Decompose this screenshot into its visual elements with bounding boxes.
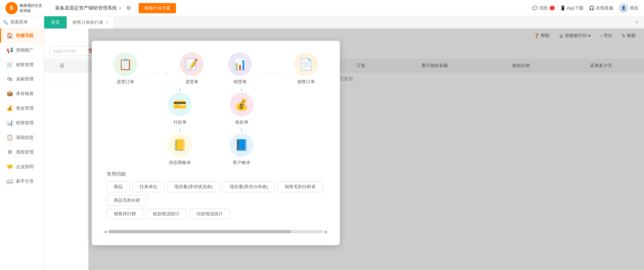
purchase-icon: 🛍: [6, 76, 13, 82]
sidebar-item-system[interactable]: ⚙ 系统管理: [0, 145, 44, 159]
page-content: ❓ 帮助 🖨 按模板打印 ▾ ↑ 导出 ↻ 刷新: [44, 29, 644, 270]
customer-account-circle[interactable]: 📘: [230, 133, 254, 157]
receipt-node: 💰 收款单: [230, 93, 254, 125]
func-btn-stock-status[interactable]: 现存量(库存状况表): [167, 181, 220, 192]
arrow-purchase: - - - →: [147, 70, 170, 77]
sales-order-label: 销售订单: [297, 79, 315, 85]
sales-label: 销货单: [233, 79, 247, 85]
experience-btn[interactable]: 体验行业方案: [139, 3, 176, 13]
top-right-area: 💬 消息 5 📱 App下载 🎧 在线客服 👤 用友: [532, 3, 639, 13]
payment-label: 付款单: [173, 119, 187, 125]
sidebar-item-basic-info[interactable]: 📋 基础信息: [0, 130, 44, 145]
search-menu-btn[interactable]: 🔍 搜索菜单: [0, 16, 44, 28]
customer-account-label: 客户账本: [233, 160, 250, 166]
payment-circle[interactable]: 💳: [168, 93, 192, 116]
arrow-down-receipt: ↓: [220, 126, 264, 133]
popup-overlay[interactable]: 📋 进货订单 - - - →: [88, 29, 644, 270]
func-btn-payment-stats[interactable]: 付款情况统计: [189, 209, 230, 219]
scroll-left-icon[interactable]: ◀: [103, 229, 107, 234]
system-title: 装备及固定资产辅助管理系统 ▾ ⚙ 体验行业方案: [50, 3, 532, 13]
system-dropdown-icon[interactable]: ▾: [119, 6, 121, 11]
online-service-btn[interactable]: 🎧 在线客服: [589, 5, 613, 11]
sidebar-item-purchase[interactable]: 🛍 采购管理: [0, 72, 44, 86]
message-btn[interactable]: 💬 消息 5: [532, 5, 555, 11]
popup-scrollbar-area: ◀ ▶: [100, 228, 332, 237]
cooperation-icon: 🤝: [6, 163, 13, 170]
popup-dialog: 📋 进货订单 - - - →: [92, 41, 340, 245]
func-btn-partner[interactable]: 往来单位: [133, 181, 164, 192]
col-product-short: 品: [44, 59, 80, 72]
sidebar-item-marketing[interactable]: 📢 营销推广: [0, 43, 44, 57]
sales-node: 📊 销货单: [228, 52, 252, 85]
service-icon: 🎧: [589, 5, 594, 11]
content-area: 首页 销售订单执行表 × × ❓ 帮助 🖨: [44, 16, 644, 270]
scroll-right-icon[interactable]: ▶: [325, 229, 328, 234]
tab-sales-order[interactable]: 销售订单执行表 ×: [67, 16, 114, 29]
sidebar-item-inventory[interactable]: 📦 库存核算: [0, 86, 44, 101]
sidebar-item-cooperation[interactable]: 🤝 企业协同: [0, 159, 44, 174]
func-btn-product[interactable]: 商品: [107, 181, 130, 192]
search-icon: 🔍: [3, 20, 8, 25]
scrollbar-thumb[interactable]: [108, 230, 291, 233]
logo-icon: 6: [5, 2, 18, 14]
func-buttons-row2: 销售排行榜 收款情况统计 付款情况统计: [107, 209, 325, 219]
func-buttons-row1: 商品 往来单位 现存量(库存状况表) 现存量(库存分布表) 销售毛利分析表 商品…: [107, 181, 325, 206]
business-icon: 📊: [6, 120, 13, 126]
message-icon: 💬: [532, 5, 538, 11]
func-btn-sales-profit[interactable]: 销售毛利分析表: [278, 181, 323, 192]
system-name: 装备及固定资产辅助管理系统: [55, 5, 117, 11]
arrow-sales: ← - - -: [262, 70, 284, 77]
common-functions-title: 常用功能: [107, 171, 325, 177]
tab-bar: 首页 销售订单执行表 × ×: [44, 16, 644, 29]
supplier-account-label: 供应商账本: [169, 160, 191, 166]
purchase-order-circle[interactable]: 📋: [114, 52, 137, 76]
sales-circle[interactable]: 📊: [228, 52, 252, 76]
func-btn-receipt-stats[interactable]: 收款情况统计: [146, 209, 187, 219]
common-functions: 常用功能 商品 往来单位 现存量(库存状况表) 现存量(库存分布表) 销售毛利分…: [100, 166, 332, 228]
flow-diagram: 📋 进货订单 - - - →: [100, 49, 332, 166]
message-badge: 5: [550, 6, 555, 10]
tab-home[interactable]: 首页: [44, 16, 67, 29]
home-icon: 🏠: [6, 32, 13, 39]
arrow-down-payment: ↓: [158, 126, 202, 133]
supplier-account-node: 📒 供应商账本: [168, 133, 192, 166]
receipt-label: 收款单: [235, 119, 248, 125]
sidebar: 🔍 搜索菜单 🏠 快捷导航 📢 营销推广 🛒 销售管理 🛍 采购管理 📦: [0, 16, 44, 270]
guide-icon: 📖: [6, 178, 13, 184]
logo-text: 畅康通好生意 标准版: [20, 3, 42, 13]
inventory-icon: 📦: [6, 90, 13, 97]
receipt-circle[interactable]: 💰: [230, 93, 254, 116]
purchase-node: 📝 进货单: [180, 52, 204, 85]
user-area[interactable]: 👤 用友: [619, 3, 639, 13]
sales-order-node: 📄 销售订单: [294, 52, 318, 85]
sales-icon: 🛒: [6, 61, 13, 68]
arrow-down-sales: ↓: [220, 86, 264, 93]
marketing-icon: 📢: [6, 47, 13, 53]
purchase-order-node: 📋 进货订单: [114, 52, 137, 85]
finance-icon: 💰: [6, 105, 13, 111]
func-btn-product-profit[interactable]: 商品毛利分析: [107, 195, 147, 206]
sales-order-circle[interactable]: 📄: [294, 52, 318, 76]
app-download-btn[interactable]: 📱 App下载: [560, 5, 584, 11]
func-btn-stock-dist[interactable]: 现存量(库存分布表): [223, 181, 275, 192]
tab-close-icon[interactable]: ×: [106, 20, 108, 25]
sidebar-item-guide[interactable]: 📖 新手引导: [0, 174, 44, 188]
logo-area: 6 畅康通好生意 标准版: [5, 2, 50, 14]
tab-main-close-btn[interactable]: ×: [630, 19, 644, 25]
settings-icon[interactable]: ⚙: [124, 3, 133, 13]
sidebar-item-quick-nav[interactable]: 🏠 快捷导航: [0, 28, 44, 43]
purchase-order-label: 进货订单: [117, 79, 134, 85]
system-icon: ⚙: [6, 149, 13, 155]
sidebar-item-finance[interactable]: 💰 资金管理: [0, 101, 44, 115]
download-icon: 📱: [560, 5, 565, 11]
sidebar-item-sales[interactable]: 🛒 销售管理: [0, 57, 44, 72]
supplier-account-circle[interactable]: 📒: [168, 133, 192, 157]
arrow-down-purchase: ↓: [158, 86, 202, 93]
sidebar-item-business[interactable]: 📊 经营管理: [0, 115, 44, 130]
customer-account-node: 📘 客户账本: [230, 133, 254, 166]
func-btn-sales-rank[interactable]: 销售排行榜: [107, 209, 143, 219]
purchase-label: 进货单: [185, 79, 198, 85]
purchase-circle[interactable]: 📝: [180, 52, 204, 76]
scrollbar-track[interactable]: [108, 230, 323, 233]
payment-node: 💳 付款单: [168, 93, 192, 125]
